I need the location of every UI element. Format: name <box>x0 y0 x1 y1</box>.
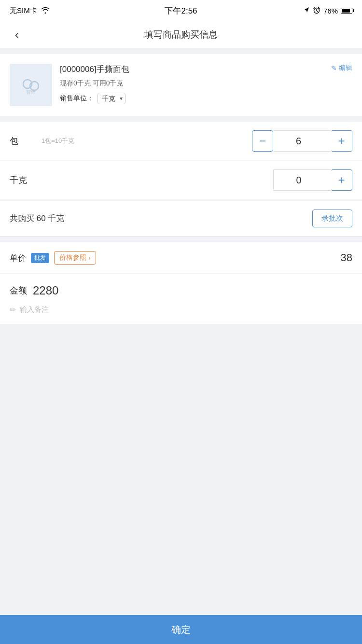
note-pencil-icon: ✏ <box>10 305 16 314</box>
empty-content-area <box>0 324 362 459</box>
unit-select-wrapper[interactable]: 千克 <box>97 93 125 104</box>
kg-controls: + <box>273 169 352 191</box>
status-right: 76% <box>304 6 352 15</box>
edit-icon: ✎ <box>331 64 337 72</box>
carrier-label: 无SIM卡 <box>10 6 37 15</box>
battery-icon <box>341 8 352 14</box>
pack-label: 包 <box>10 135 39 147</box>
svg-line-2 <box>317 11 318 12</box>
wifi-icon <box>41 7 50 15</box>
quantity-section: 包 1包=10千克 − + 千克 + <box>0 122 362 200</box>
status-time: 下午2:56 <box>165 5 197 16</box>
page-title: 填写商品购买信息 <box>144 28 218 41</box>
nav-bar: ‹ 填写商品购买信息 <box>0 21 362 48</box>
back-button[interactable]: ‹ <box>0 21 29 48</box>
product-name: [0000006]手撕面包 <box>60 64 352 75</box>
amount-section: 金额 2280 ✏ 输入备注 <box>0 274 362 324</box>
kg-plus-button[interactable]: + <box>331 169 352 191</box>
status-bar: 无SIM卡 下午2:56 76% <box>0 0 362 21</box>
pack-input[interactable] <box>273 130 331 152</box>
amount-value: 2280 <box>33 284 58 297</box>
pack-controls: − + <box>252 130 352 152</box>
kg-input[interactable] <box>273 169 331 191</box>
pack-row: 包 1包=10千克 − + <box>0 122 362 161</box>
pack-plus-button[interactable]: + <box>331 130 352 152</box>
back-arrow-icon: ‹ <box>15 28 19 42</box>
alarm-icon <box>313 6 320 15</box>
record-batch-button[interactable]: 录批次 <box>312 210 352 227</box>
edit-label: 编辑 <box>339 64 352 72</box>
product-card: 智计 [0000006]手撕面包 现存0千克 可用0千克 销售单位： 千克 ✎ … <box>0 54 362 116</box>
kg-label: 千克 <box>10 174 39 186</box>
status-left: 无SIM卡 <box>10 6 50 15</box>
amount-row: 金额 2280 <box>10 284 352 305</box>
price-row: 单价 批发 价格参照 › 38 <box>0 242 362 273</box>
price-ref-label: 价格参照 <box>59 253 86 262</box>
confirm-button[interactable]: 确定 <box>0 615 362 644</box>
amount-label: 金额 <box>10 285 27 296</box>
edit-button[interactable]: ✎ 编辑 <box>331 64 352 72</box>
gps-icon <box>304 7 310 15</box>
product-stock: 现存0千克 可用0千克 <box>60 79 352 88</box>
total-text: 共购买 60 千克 <box>10 213 64 224</box>
pack-hint: 1包=10千克 <box>42 137 252 145</box>
price-value: 38 <box>341 252 352 264</box>
price-ref-arrow-icon: › <box>88 254 91 262</box>
price-tag-badge: 批发 <box>31 253 49 263</box>
separator-1 <box>0 237 362 242</box>
unit-select[interactable]: 千克 <box>97 93 125 104</box>
product-info: [0000006]手撕面包 现存0千克 可用0千克 销售单位： 千克 <box>60 64 352 104</box>
battery-percent: 76% <box>323 7 338 15</box>
note-placeholder: 输入备注 <box>20 305 49 314</box>
price-label: 单价 <box>10 252 26 264</box>
price-ref-button[interactable]: 价格参照 › <box>54 251 96 265</box>
unit-label: 销售单位： <box>60 94 94 103</box>
product-unit-row: 销售单位： 千克 <box>60 93 352 104</box>
total-row: 共购买 60 千克 录批次 <box>0 201 362 237</box>
product-image: 智计 <box>10 64 52 106</box>
kg-row: 千克 + <box>0 161 362 200</box>
note-row[interactable]: ✏ 输入备注 <box>10 305 352 324</box>
pack-minus-button[interactable]: − <box>252 130 273 152</box>
svg-text:智计: 智计 <box>26 89 36 95</box>
